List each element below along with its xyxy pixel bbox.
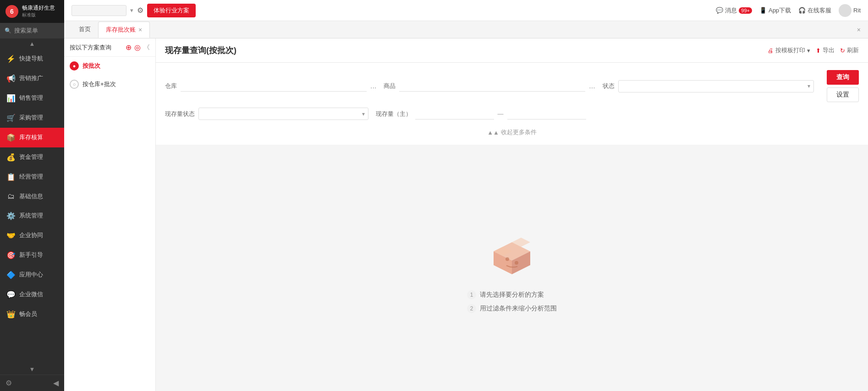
message-label: 消息 [725,6,737,15]
tab-inventory-batch[interactable]: 库存批次账 × [98,22,150,38]
app-download-label: App下载 [769,6,791,15]
user-item[interactable]: Rit [839,4,861,17]
scheme-item-icon-active: ● [70,61,79,71]
message-item[interactable]: 💬 消息 99+ [716,6,752,15]
topbar-gear-icon[interactable]: ⚙ [137,6,143,15]
scheme-item-icon-inactive: ○ [70,80,79,89]
experience-btn[interactable]: 体验行业方案 [147,4,196,17]
scheme-header: 按以下方案查询 ⊕ ◎ 《 [64,38,155,57]
sidebar-item-basic[interactable]: 🗂 基础信息 [0,187,64,206]
inventory-status-label: 现存量状态 [165,110,195,118]
empty-hint-1: 1 请先选择要分析的方案 [467,290,557,299]
status-select[interactable]: 全部 正常 停用 [618,80,814,92]
sidebar-item-quick-nav[interactable]: ⚡ 快捷导航 [0,49,64,69]
print-icon: 🖨 [768,47,774,54]
sidebar-scroll-up[interactable]: ▲ [0,38,64,49]
sidebar-item-purchase[interactable]: 🛒 采购管理 [0,108,64,128]
hint-num-1: 1 [467,290,476,299]
export-btn[interactable]: ⬆ 导出 [816,46,835,54]
warehouse-more-icon[interactable]: ... [370,82,376,90]
empty-hints: 1 请先选择要分析的方案 2 用过滤条件来缩小分析范围 [467,290,557,313]
scheme-item-by-batch[interactable]: ● 按批次 [64,57,155,75]
sidebar-item-wechat[interactable]: 💬 企业微信 [0,285,64,304]
warehouse-input[interactable] [181,81,367,91]
app-title: 畅康通好生意 [22,5,55,12]
tab-close-icon[interactable]: × [138,27,142,33]
product-more-icon[interactable]: ... [589,82,595,90]
tab-home[interactable]: 首页 [71,22,98,38]
topbar: ▾ ⚙ 体验行业方案 💬 消息 99+ 📱 App下载 🎧 在线客服 Rit [64,0,868,21]
collapse-sidebar-icon[interactable]: ◀ [53,379,59,387]
sidebar-item-vip[interactable]: 👑 畅会员 [0,304,64,324]
refresh-btn[interactable]: ↻ 刷新 [840,46,859,54]
user-name: Rit [853,7,861,14]
status-filter-label: 状态 [603,82,615,90]
print-template-btn[interactable]: 🖨 按模板打印 ▾ [768,46,810,54]
sidebar: 6 畅康通好生意 标准版 🔍 搜索菜单 ▲ ⚡ 快捷导航 📢 营销推广 📊 销售… [0,0,64,391]
collapse-up-icon: ▲▲ [487,129,499,136]
empty-hint-1-text: 请先选择要分析的方案 [480,291,544,299]
marketing-icon: 📢 [6,74,16,83]
purchase-icon: 🛒 [6,114,16,122]
empty-state: 1 请先选择要分析的方案 2 用过滤条件来缩小分析范围 [156,148,868,391]
inventory-qty-from-input[interactable] [415,109,494,119]
sidebar-search[interactable]: 🔍 搜索菜单 [0,23,64,38]
inventory-status-select[interactable]: 全部 [198,108,368,120]
tab-panel-close-icon[interactable]: × [848,26,861,33]
sidebar-scroll-down[interactable]: ▼ [0,364,64,375]
sidebar-item-enterprise[interactable]: 🤝 企业协同 [0,226,64,245]
query-button[interactable]: 查询 [827,70,859,85]
page-title: 现存量查询(按批次) [165,45,236,56]
product-filter-label: 商品 [384,82,396,90]
sidebar-item-label: 库存核算 [19,133,43,141]
scheme-settings-icon[interactable]: ◎ [134,43,141,52]
basic-icon: 🗂 [6,192,16,201]
sidebar-item-sales[interactable]: 📊 销售管理 [0,88,64,108]
inventory-qty-to-input[interactable] [507,109,586,119]
sidebar-item-label: 应用中心 [19,271,43,279]
sidebar-item-operation[interactable]: 📋 经营管理 [0,167,64,187]
product-input[interactable] [399,81,585,91]
topbar-search-input[interactable] [71,5,126,16]
sidebar-item-label: 采购管理 [19,114,43,122]
warehouse-input-wrap [181,81,367,92]
settings-icon[interactable]: ⚙ [5,379,12,387]
system-icon: ⚙️ [6,212,16,220]
topbar-dropdown-icon[interactable]: ▾ [130,7,133,14]
sidebar-item-marketing[interactable]: 📢 营销推广 [0,69,64,88]
tabs-bar: 首页 库存批次账 × × [64,21,868,38]
scheme-add-icon[interactable]: ⊕ [126,43,132,52]
scheme-item-label: 按仓库+批次 [82,80,116,88]
sidebar-item-label: 新手引导 [19,251,43,259]
print-dropdown-icon[interactable]: ▾ [807,47,810,54]
app-download-item[interactable]: 📱 App下载 [759,6,791,15]
sidebar-item-label: 畅会员 [19,310,37,318]
filter-group-inventory-status: 现存量状态 全部 ▾ [165,108,368,120]
sidebar-search-label: 搜索菜单 [14,27,38,35]
sidebar-item-appcenter[interactable]: 🔷 应用中心 [0,265,64,285]
scheme-collapse-icon[interactable]: 《 [143,43,150,52]
topbar-right: 💬 消息 99+ 📱 App下载 🎧 在线客服 Rit [716,4,861,17]
filter-actions: 查询 设置 [827,70,859,102]
filter-group-warehouse: 仓库 ... [165,81,376,92]
scheme-panel: 按以下方案查询 ⊕ ◎ 《 ● 按批次 ○ 按仓库+批次 [64,38,156,391]
online-service-item[interactable]: 🎧 在线客服 [798,6,831,15]
scheme-item-by-warehouse-batch[interactable]: ○ 按仓库+批次 [64,75,155,93]
collapse-more-label: 收起更多条件 [501,128,537,136]
status-select-wrap: 全部 正常 停用 ▾ [618,80,814,92]
service-icon: 🎧 [798,7,806,14]
sidebar-item-system[interactable]: ⚙️ 系统管理 [0,206,64,226]
content-main: 现存量查询(按批次) 🖨 按模板打印 ▾ ⬆ 导出 ↻ 刷新 [156,38,868,391]
collapse-more-btn[interactable]: ▲▲ 收起更多条件 [165,125,859,137]
appcenter-icon: 🔷 [6,271,16,279]
page-content: 按以下方案查询 ⊕ ◎ 《 ● 按批次 ○ 按仓库+批次 现存量查询(按批次) [64,38,868,391]
title-actions: 🖨 按模板打印 ▾ ⬆ 导出 ↻ 刷新 [768,46,859,54]
sidebar-item-label: 系统管理 [19,212,43,220]
product-input-wrap [399,81,585,92]
user-avatar [839,4,852,17]
sidebar-item-finance[interactable]: 💰 资金管理 [0,147,64,167]
settings-button[interactable]: 设置 [827,87,859,102]
sidebar-item-inventory[interactable]: 📦 库存核算 [0,128,64,147]
sidebar-item-label: 销售管理 [19,94,43,102]
sidebar-item-newbie[interactable]: 🎯 新手引导 [0,245,64,265]
